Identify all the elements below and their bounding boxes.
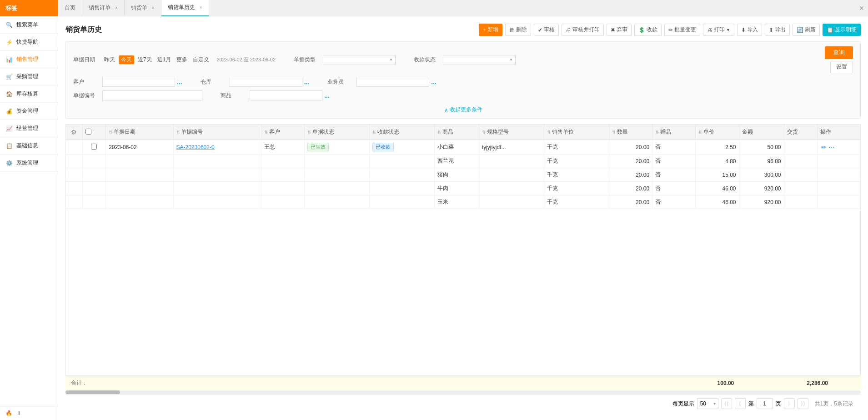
td-gift: 否 <box>652 195 696 209</box>
batch-change-button[interactable]: ✏ 批量变更 <box>664 24 700 36</box>
refresh-button[interactable]: 🔄 刷新 <box>793 24 820 36</box>
fire-icon[interactable]: 🔥 <box>5 410 12 416</box>
td-date <box>106 195 173 209</box>
td-doc-no[interactable] <box>173 195 261 209</box>
staff-dots[interactable]: ... <box>431 78 437 85</box>
sidebar-item-quick-nav[interactable]: ⚡ 快捷导航 <box>0 34 58 51</box>
import-button[interactable]: ⬇ 导入 <box>737 24 762 36</box>
window-close-btn[interactable]: ✕ <box>859 5 868 12</box>
customer-input[interactable] <box>102 77 175 87</box>
sidebar-item-base-info[interactable]: 📋 基础信息 <box>0 137 58 155</box>
date-1month[interactable]: 近1月 <box>156 55 173 64</box>
tab-sales-goods[interactable]: 销货单 × <box>125 0 161 16</box>
select-all-checkbox[interactable] <box>85 129 91 135</box>
more-btn[interactable]: ⋯ <box>828 144 836 151</box>
row-checkbox[interactable] <box>91 144 97 150</box>
th-date[interactable]: 单据日期 <box>106 125 173 140</box>
th-checkbox[interactable] <box>82 125 106 140</box>
td-doc-no[interactable] <box>173 182 261 195</box>
sidebar-item-purchase-mgmt[interactable]: 🛒 采购管理 <box>0 68 58 85</box>
doc-type-select[interactable] <box>323 55 396 65</box>
date-today[interactable]: 今天 <box>119 55 134 64</box>
tab-sales-history-close[interactable]: × <box>200 5 202 10</box>
discard-button[interactable]: ✖ 弃审 <box>607 24 632 36</box>
collapse-btn[interactable]: ∧ 收起更多条件 <box>444 106 482 114</box>
date-range-display: 2023-06-02 至 2023-06-02 <box>216 56 276 63</box>
date-yesterday[interactable]: 昨天 <box>102 55 117 64</box>
tab-sales-goods-close[interactable]: × <box>152 5 155 10</box>
date-7days[interactable]: 近7天 <box>136 55 154 64</box>
horizontal-scrollbar-thumb[interactable] <box>65 390 120 394</box>
gear-icon[interactable]: ⚙ <box>71 129 77 136</box>
delete-button[interactable]: 🗑 删除 <box>505 24 531 36</box>
th-doc-status[interactable]: 单据状态 <box>305 125 370 140</box>
page-next-btn[interactable]: ⟩ <box>784 398 795 409</box>
td-doc-no[interactable] <box>173 155 261 168</box>
receipt-status-label: 收款状态 <box>414 56 441 64</box>
export-button[interactable]: ⬆ 导出 <box>765 24 790 36</box>
th-unit[interactable]: 销售单位 <box>544 125 609 140</box>
th-qty[interactable]: 数量 <box>609 125 652 140</box>
doc-no-input[interactable] <box>102 90 202 100</box>
warehouse-input[interactable] <box>230 77 302 87</box>
th-settings[interactable]: ⚙ <box>66 125 82 140</box>
warehouse-dots[interactable]: ... <box>304 78 310 85</box>
th-doc-no[interactable]: 单据编号 <box>173 125 261 140</box>
td-checkbox[interactable] <box>82 140 106 155</box>
td-checkbox[interactable] <box>82 195 106 209</box>
sidebar-item-sys-mgmt[interactable]: ⚙️ 系统管理 <box>0 155 58 172</box>
date-more[interactable]: 更多 <box>175 55 189 64</box>
page-last-btn[interactable]: ⟩⟩ <box>798 398 808 409</box>
goods-dots[interactable]: ... <box>324 92 330 99</box>
page-first-btn[interactable]: ⟨⟨ <box>721 398 732 409</box>
setting-button[interactable]: 设置 <box>830 61 853 73</box>
td-checkbox[interactable] <box>82 182 106 195</box>
audit-icon: ✔ <box>538 27 542 33</box>
th-receipt-status[interactable]: 收款状态 <box>370 125 435 140</box>
td-checkbox[interactable] <box>82 155 106 168</box>
tab-sales-order[interactable]: 销售订单 × <box>82 0 125 16</box>
sidebar-item-finance-mgmt[interactable]: 💰 资金管理 <box>0 103 58 120</box>
td-receipt-status: 已收款 <box>370 140 435 155</box>
doc-type-select-wrap <box>323 55 396 65</box>
td-checkbox[interactable] <box>82 168 106 182</box>
th-customer[interactable]: 客户 <box>261 125 304 140</box>
filter-row-1: 单据日期 昨天 今天 近7天 近1月 更多 自定义 2023-06-02 至 2… <box>73 46 853 73</box>
page-number-input[interactable] <box>757 398 773 409</box>
staff-input[interactable] <box>356 77 429 87</box>
th-spec[interactable]: 规格型号 <box>479 125 544 140</box>
audit-button[interactable]: ✔ 审核 <box>534 24 559 36</box>
customer-dots[interactable]: ... <box>177 78 182 85</box>
sidebar-item-search-menu[interactable]: 🔍 搜索菜单 <box>0 16 58 34</box>
horizontal-scrollbar[interactable] <box>65 390 861 394</box>
sidebar-item-ops-mgmt[interactable]: 📈 经营管理 <box>0 120 58 137</box>
customer-filter: 客户 ... <box>73 77 182 87</box>
page-prev-btn[interactable]: ⟨ <box>735 398 746 409</box>
th-goods[interactable]: 商品 <box>435 125 479 140</box>
footer-total-qty: 100.00 <box>717 380 807 386</box>
per-page-select[interactable]: 20 50 100 200 <box>697 398 718 409</box>
td-price: 46.00 <box>696 195 739 209</box>
td-doc-no[interactable] <box>173 168 261 182</box>
th-gift[interactable]: 赠品 <box>652 125 696 140</box>
tab-home[interactable]: 首页 <box>58 0 82 16</box>
doc-no-link[interactable]: SA-20230602-0 <box>176 144 215 150</box>
new-button[interactable]: + 新增 <box>479 24 502 36</box>
td-receipt-status <box>370 182 435 195</box>
edit-btn[interactable]: ✏ <box>820 144 828 151</box>
query-button[interactable]: 查询 <box>825 46 853 59</box>
receive-button[interactable]: 💲 收款 <box>634 24 662 36</box>
receipt-status-select[interactable] <box>443 55 516 65</box>
date-custom[interactable]: 自定义 <box>191 55 211 64</box>
sidebar-item-sales-mgmt[interactable]: 📊 销售管理 <box>0 51 58 68</box>
tab-sales-history[interactable]: 销货单历史 × <box>161 0 209 16</box>
tab-sales-order-close[interactable]: × <box>115 5 118 10</box>
pause-icon[interactable]: ⏸ <box>16 410 21 416</box>
audit-print-button[interactable]: 🖨 审核并打印 <box>562 24 604 36</box>
th-price[interactable]: 单价 <box>696 125 739 140</box>
show-detail-button[interactable]: 📋 显示明细 <box>823 24 861 36</box>
print-button[interactable]: 🖨 打印 ▼ <box>703 24 734 36</box>
goods-input[interactable] <box>250 90 322 100</box>
td-doc-no[interactable]: SA-20230602-0 <box>173 140 261 155</box>
sidebar-item-inventory[interactable]: 🏠 库存核算 <box>0 85 58 103</box>
